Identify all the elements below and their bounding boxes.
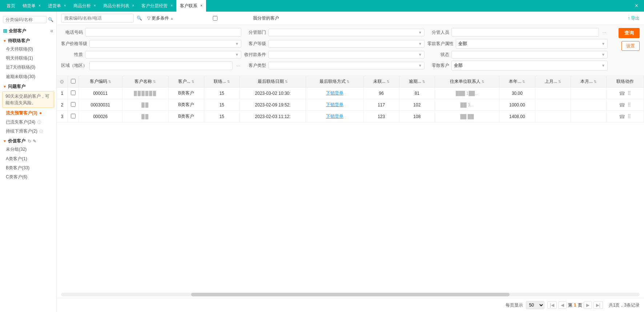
manager-dots[interactable]: ··· — [601, 29, 608, 36]
sidebar-item-a-class[interactable]: A类客户(1) — [0, 154, 56, 163]
manager-input[interactable] — [451, 28, 599, 37]
contact-action-icon[interactable]: ☎ — [619, 102, 625, 108]
contact-action-icon[interactable]: ☎ — [619, 114, 625, 119]
col-this-month[interactable]: 本月... ⇅ — [571, 76, 606, 88]
first-page-button[interactable]: |◀ — [547, 301, 557, 309]
export-button[interactable]: ↑ 导出 — [628, 15, 640, 21]
nav-analysis-list[interactable]: 商品分析列表 × — [100, 0, 138, 12]
close-analysis-icon[interactable]: × — [94, 0, 96, 12]
setting-button[interactable]: 设置 — [621, 41, 640, 51]
cust-level-chevron-icon: ▼ — [418, 42, 422, 46]
col-contact2[interactable]: 往来单位联系人 ⇅ — [435, 76, 499, 88]
sidebar-search-input[interactable] — [3, 16, 47, 23]
my-customers-checkbox-wrap[interactable]: 我分管的客户 — [179, 15, 279, 21]
sidebar-item-b-class[interactable]: B类客户(33) — [0, 163, 56, 173]
select-all-checkbox[interactable] — [71, 79, 76, 84]
col-type[interactable]: 客户... ⇅ — [168, 76, 204, 88]
more-conditions-button[interactable]: ▽ 更多条件 ▲ — [145, 14, 176, 23]
row-this-year: 1000.00 — [499, 99, 535, 111]
adv-field-zero-attr: 零款客户属性 全部 ▼ — [427, 39, 608, 49]
prev-page-button[interactable]: ◀ — [558, 301, 567, 309]
more-action-icon[interactable]: ⠿ — [627, 102, 631, 108]
row-last-month — [535, 99, 571, 111]
col-uncontacted[interactable]: 未联... ⇅ — [363, 76, 399, 88]
sidebar-item-c-class[interactable]: C类客户(6) — [0, 173, 56, 182]
row-checkbox[interactable] — [71, 90, 76, 95]
close-purchase-icon[interactable]: × — [64, 0, 66, 12]
cust-level-select[interactable]: ▼ — [268, 40, 424, 48]
nav-analysis[interactable]: 商品分析 × — [70, 0, 100, 12]
sidebar-item-churn-warning[interactable]: 流失预警客户(3) ● — [0, 109, 56, 118]
nav-purchase[interactable]: 进货单 × — [44, 0, 70, 12]
col-name[interactable]: 客户名称 ⇅ — [122, 76, 168, 88]
adv-field-manager: 分管人员 ··· — [427, 28, 608, 37]
close-sales-icon[interactable]: × — [39, 0, 41, 12]
next-page-button[interactable]: ▶ — [584, 301, 592, 309]
col-last-month[interactable]: 上月... ⇅ — [535, 76, 571, 88]
col-last-date[interactable]: 最后联络日期 ⇅ — [240, 76, 306, 88]
more-action-icon[interactable]: ⠿ — [627, 90, 631, 96]
more-action-icon[interactable]: ⠿ — [627, 114, 631, 119]
refresh-icon[interactable]: ↻ — [28, 139, 31, 144]
sidebar-item-overdue[interactable]: 逾期未联络(30) — [0, 72, 56, 81]
price-level-select[interactable]: ▼ — [89, 40, 241, 48]
close-customer-tier-icon[interactable]: × — [170, 0, 173, 12]
nav-home[interactable]: 首页 — [3, 0, 19, 12]
col-contact[interactable]: 联络... ⇅ — [204, 76, 240, 88]
payment-select[interactable]: ▼ — [268, 51, 424, 58]
nav-sales[interactable]: 销货单 × — [19, 0, 44, 12]
row-last-method[interactable]: 下销货单 — [306, 111, 363, 122]
my-customers-checkbox[interactable] — [179, 16, 251, 21]
horizontal-scrollbar[interactable] — [61, 293, 640, 296]
row-checkbox[interactable] — [71, 102, 76, 107]
retail-select[interactable]: 全部 ▼ — [451, 61, 608, 70]
sidebar-group-pending[interactable]: ▼ 待联络客户 — [0, 36, 56, 45]
cust-type-select[interactable]: ▼ — [268, 62, 424, 69]
col-code[interactable]: 客户编码 ⇅ — [79, 76, 122, 88]
sidebar-group-problem[interactable]: ▼ 问题客户 — [0, 81, 56, 90]
phone-input[interactable] — [85, 28, 241, 37]
scroll-thumb[interactable] — [191, 293, 510, 296]
page-size-select[interactable]: 102050100 — [526, 301, 544, 309]
sidebar-search-wrap: 🔍 — [0, 15, 56, 25]
sidebar-item-tomorrow[interactable]: 明天待联络(1) — [0, 54, 56, 63]
col-overdue[interactable]: 逾期... ⇅ — [399, 76, 435, 88]
search-input[interactable] — [61, 14, 134, 23]
sidebar-item-week[interactable]: 近7天待联络(0) — [0, 63, 56, 72]
contact-action-icon[interactable]: ☎ — [619, 90, 625, 96]
dept-select[interactable]: ▼ — [268, 29, 424, 36]
close-analysis-list-icon[interactable]: × — [132, 0, 134, 12]
sidebar-item-declining[interactable]: 持续下滑客户(2) ⓘ — [0, 127, 56, 136]
table-row: 1 000011 ██████ B类客户 15 2023-03-02 10:30… — [57, 88, 644, 99]
sort-icon-this-month: ⇅ — [594, 80, 597, 84]
filter-icon: ▽ — [147, 16, 150, 21]
sidebar-item-ungrouped[interactable]: 未分组(32) — [0, 145, 56, 154]
col-this-year[interactable]: 本年... ⇅ — [499, 76, 535, 88]
region-input[interactable] — [89, 61, 233, 70]
status-select[interactable]: ▼ — [451, 51, 608, 58]
row-this-month — [571, 99, 606, 111]
sidebar-group-value[interactable]: ▼ 价值客户 ↻ ✎ — [0, 136, 56, 145]
sidebar-item-today[interactable]: 今天待联络(0) — [0, 45, 56, 54]
window-close-button[interactable]: × — [632, 3, 641, 9]
nav-customer-contact[interactable]: 客户联系 × — [176, 0, 206, 12]
sidebar-item-churned[interactable]: 已流失客户(24) ⓘ — [0, 118, 56, 127]
row-checkbox[interactable] — [71, 114, 76, 118]
search-icon-filter[interactable]: 🔍 — [137, 16, 142, 21]
edit-icon[interactable]: ✎ — [33, 139, 36, 144]
sidebar-all-customers[interactable]: ⊞ 全部客户 « — [0, 26, 56, 36]
query-button[interactable]: 查询 — [619, 28, 640, 38]
region-dots[interactable]: ··· — [235, 62, 241, 69]
nav-customer-tier[interactable]: 客户分层经营 × — [138, 0, 176, 12]
last-page-button[interactable]: ▶| — [593, 301, 603, 309]
col-last-method[interactable]: 最后联络方式 ⇅ — [306, 76, 363, 88]
zero-attr-select[interactable]: 全部 ▼ — [456, 39, 608, 49]
nature-select[interactable]: ▼ — [85, 51, 241, 58]
row-last-method[interactable]: 下销货单 — [306, 99, 363, 111]
row-last-method[interactable]: 下销货单 — [306, 88, 363, 99]
gear-icon[interactable]: ⚙ — [60, 79, 64, 85]
sidebar-collapse-icon[interactable]: « — [50, 28, 53, 34]
sidebar-search-icon[interactable]: 🔍 — [48, 17, 53, 22]
page-nav: |◀ ◀ 第 1 页 ▶ ▶| — [547, 301, 603, 309]
close-customer-contact-icon[interactable]: × — [200, 0, 202, 12]
